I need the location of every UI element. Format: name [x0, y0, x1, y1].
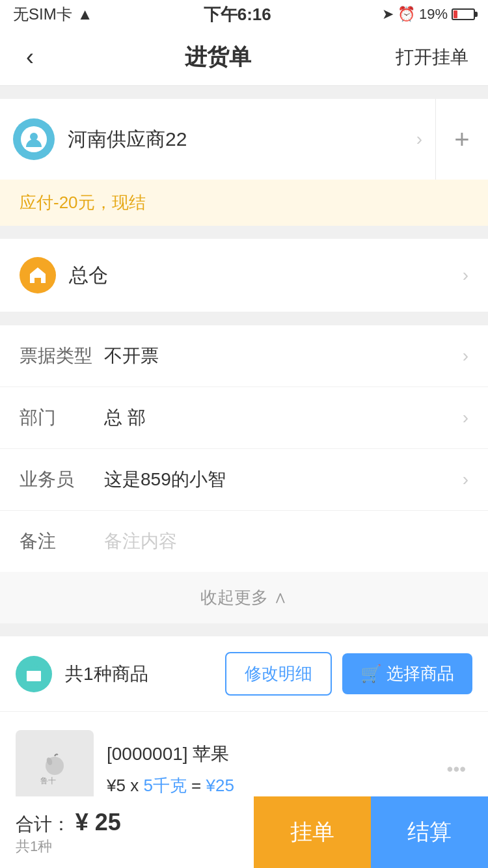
remark-label: 备注 [20, 529, 104, 554]
product-count: 共1种商品 [65, 662, 225, 686]
footer-total-row: 合计： ¥ 25 [16, 809, 238, 837]
remark-value: 备注内容 [104, 529, 468, 554]
avatar-icon [21, 126, 47, 152]
battery-icon [452, 8, 475, 20]
carrier-text: 无SIM卡 [13, 4, 72, 25]
cart-icon: 🛒 [360, 664, 381, 684]
invoice-type-chevron-icon: › [463, 346, 468, 366]
department-chevron-icon: › [463, 407, 468, 428]
nav-bar: ‹ 进货单 打开挂单 [0, 29, 488, 86]
product-icon [16, 656, 52, 692]
alarm-icon: ⏰ [398, 6, 415, 23]
product-header: 共1种商品 修改明细 🛒 选择商品 [0, 636, 488, 711]
status-right: ➤ ⏰ 19% [382, 6, 475, 23]
svg-rect-1 [34, 278, 41, 283]
open-hang-button[interactable]: 打开挂单 [396, 45, 468, 70]
supplier-avatar [13, 118, 55, 160]
invoice-type-label: 票据类型 [20, 344, 104, 368]
department-label: 部门 [20, 405, 104, 430]
warehouse-section[interactable]: 总仓 › [0, 239, 488, 312]
battery-text: 19% [419, 6, 448, 23]
collapse-button[interactable]: 收起更多 ∧ [0, 572, 488, 623]
supplier-section: 河南供应商22 › + [0, 99, 488, 180]
back-button[interactable]: ‹ [20, 37, 40, 77]
select-product-button[interactable]: 🛒 选择商品 [342, 653, 472, 694]
footer-sub-label: 共1种 [16, 837, 238, 856]
invoice-type-value: 不开票 [104, 344, 456, 368]
warehouse-icon [20, 257, 56, 293]
status-time: 下午6:16 [204, 3, 271, 26]
footer: 合计： ¥ 25 共1种 挂单 结算 [0, 796, 488, 868]
remark-row[interactable]: 备注 备注内容 [0, 511, 488, 572]
salesperson-value: 这是859的小智 [104, 467, 456, 492]
divider-1 [0, 86, 488, 99]
supplier-name: 河南供应商22 [68, 126, 410, 153]
status-bar: 无SIM卡 ▲ 下午6:16 ➤ ⏰ 19% [0, 0, 488, 29]
location-icon: ➤ [382, 6, 394, 23]
collapse-label: 收起更多 ∧ [200, 586, 287, 609]
footer-total-area: 合计： ¥ 25 共1种 [0, 796, 254, 868]
product-price-row: ¥5 x 5千克 = ¥25 [107, 774, 427, 797]
checkout-label: 结算 [407, 817, 452, 847]
wifi-icon: ▲ [77, 5, 93, 23]
select-product-label: 选择商品 [386, 662, 454, 685]
checkout-button[interactable]: 结算 [371, 796, 488, 868]
department-row[interactable]: 部门 总 部 › [0, 387, 488, 449]
chevron-right-icon: › [416, 129, 422, 150]
product-info: [0000001] 苹果 ¥5 x 5千克 = ¥25 [107, 742, 427, 797]
add-supplier-button[interactable]: + [436, 99, 488, 180]
salesperson-row[interactable]: 业务员 这是859的小智 › [0, 449, 488, 511]
hang-order-button[interactable]: 挂单 [254, 796, 371, 868]
invoice-type-row[interactable]: 票据类型 不开票 › [0, 325, 488, 387]
edit-detail-button[interactable]: 修改明细 [225, 652, 332, 696]
form-section: 票据类型 不开票 › 部门 总 部 › 业务员 这是859的小智 › 备注 备注… [0, 325, 488, 572]
supplier-selector[interactable]: 河南供应商22 › [0, 99, 436, 180]
product-qty: 5千克 [143, 776, 186, 795]
product-more-button[interactable]: ••• [441, 752, 472, 786]
footer-total-amount: ¥ 25 [75, 809, 121, 835]
product-total: ¥25 [206, 776, 234, 795]
svg-text:鲁十: 鲁十 [40, 776, 56, 785]
footer-total-label: 合计： [16, 814, 70, 834]
svg-rect-2 [26, 670, 42, 682]
salesperson-label: 业务员 [20, 467, 104, 492]
product-price: ¥5 [107, 776, 126, 795]
salesperson-chevron-icon: › [463, 469, 468, 490]
product-name: [0000001] 苹果 [107, 742, 427, 766]
department-value: 总 部 [104, 405, 456, 430]
warehouse-name: 总仓 [69, 262, 456, 289]
warehouse-chevron-icon: › [463, 265, 468, 286]
notice-banner: 应付-20元，现结 [0, 180, 488, 226]
hang-order-label: 挂单 [290, 817, 334, 847]
page-title: 进货单 [185, 42, 251, 72]
status-left: 无SIM卡 ▲ [13, 4, 92, 25]
